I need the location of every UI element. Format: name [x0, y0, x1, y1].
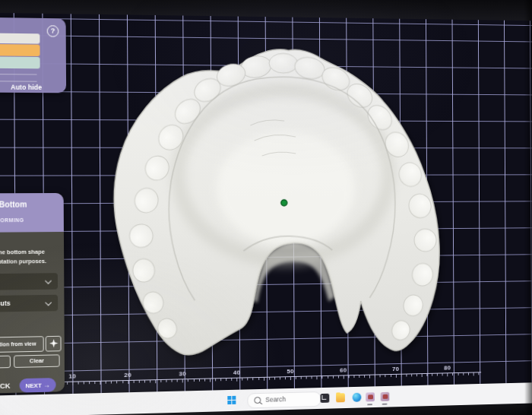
ruler-tick: [468, 373, 469, 375]
ruler-tick: [306, 377, 307, 379]
ruler-label: 40: [233, 369, 241, 376]
ruler-tick: [338, 376, 339, 379]
ruler-label: 60: [340, 366, 347, 373]
legend-separator: [0, 74, 37, 75]
ruler-tick: [401, 375, 401, 376]
legend-bar-2[interactable]: ottom: [0, 56, 40, 68]
clear-button[interactable]: Clear: [14, 354, 60, 368]
ruler-tick: [396, 375, 397, 378]
ruler-tick: [210, 379, 211, 382]
ruler-tick: [78, 382, 78, 385]
tool-panel: xup Bottom REE-FORMING sign the bottom s…: [0, 193, 65, 394]
generate-button[interactable]: te: [0, 356, 11, 369]
ruler-tick: [248, 378, 249, 380]
ruler-tick: [188, 379, 188, 382]
panel-title: xup Bottom: [0, 200, 27, 209]
ruler-tick: [333, 376, 334, 379]
edge-icon[interactable]: [353, 393, 362, 402]
ruler-tick: [385, 375, 386, 376]
ruler-label: 70: [392, 366, 399, 372]
running-indicator: [367, 404, 372, 405]
ruler-tick: [369, 375, 370, 379]
ruler-tick: [177, 379, 178, 382]
ruler-tick: [139, 381, 140, 383]
back-button[interactable]: ACK: [0, 382, 11, 391]
task-view-icon[interactable]: [320, 394, 329, 403]
ruler-tick: [353, 375, 354, 377]
screen-photo: 1020304050607080 ? ottom w all Auto hide…: [0, 0, 532, 415]
ruler-tick: [406, 375, 407, 376]
ruler-tick: [182, 379, 183, 382]
ruler-tick: [274, 378, 275, 380]
ruler-tick: [312, 376, 312, 379]
ruler-tick: [344, 375, 344, 379]
dental-app-icon-1[interactable]: [366, 392, 375, 401]
ruler-tick: [160, 380, 161, 382]
ruler-tick: [432, 374, 432, 375]
file-explorer-icon[interactable]: [336, 393, 345, 402]
dental-model[interactable]: [0, 0, 524, 415]
ruler-tick: [133, 381, 134, 383]
search-label: Search: [265, 395, 286, 404]
section-label: ndercuts: [0, 299, 11, 308]
legend-bar-0[interactable]: [0, 33, 40, 43]
ruler-tick: [411, 374, 412, 375]
3d-viewport[interactable]: [0, 0, 524, 415]
sparkle-icon-button[interactable]: [46, 336, 62, 352]
ruler-tick: [166, 380, 167, 382]
ruler-tick: [458, 373, 458, 375]
ruler-tick: [328, 376, 328, 379]
ruler-tick: [264, 378, 264, 381]
ruler-tick: [269, 378, 270, 380]
ruler-tick: [452, 373, 453, 375]
ruler-tick: [280, 377, 280, 379]
search-icon: [254, 397, 261, 404]
ruler-tick: [463, 373, 464, 375]
ruler-tick: [253, 378, 254, 380]
help-icon[interactable]: ?: [47, 25, 59, 37]
ruler-tick: [448, 373, 448, 376]
ruler-tick: [375, 375, 375, 376]
ruler-tick: [364, 375, 365, 377]
ruler-tick: [72, 382, 73, 385]
ruler-tick: [437, 374, 438, 375]
ruler-tick: [215, 379, 216, 381]
ruler-tick: [442, 373, 443, 375]
ruler-tick: [226, 379, 226, 381]
palate-highlight: [216, 131, 355, 246]
set-direction-from-view-button[interactable]: n direction from view: [0, 336, 44, 353]
ruler-tick: [122, 381, 123, 383]
tool-panel-header: [0, 193, 64, 233]
sparkle-icon: [49, 339, 57, 347]
ruler-tick: [199, 379, 200, 382]
ruler-tick: [150, 380, 150, 382]
ruler-tick: [100, 382, 101, 385]
search-input[interactable]: Search: [247, 391, 321, 408]
running-indicator: [382, 404, 388, 405]
ruler-label: 10: [68, 372, 76, 379]
next-button[interactable]: NEXT →: [20, 378, 56, 393]
monitor-screen: 1020304050607080 ? ottom w all Auto hide…: [0, 0, 532, 415]
section-properties[interactable]: erties: [0, 273, 58, 290]
ruler-tick: [391, 375, 391, 376]
panel-description: sign the bottom shape e adaptation purpo…: [0, 248, 46, 267]
auto-hide-button[interactable]: Auto hide: [11, 84, 42, 92]
ruler-tick: [285, 377, 286, 379]
dental-app-icon-2[interactable]: [381, 392, 390, 401]
ruler-tick: [478, 372, 479, 374]
legend-bar-1[interactable]: [0, 44, 40, 56]
ruler-tick: [380, 375, 381, 376]
ruler-tick: [426, 374, 427, 375]
windows-start-button[interactable]: [227, 396, 236, 404]
section-undercuts[interactable]: ndercuts: [0, 295, 58, 312]
cursor-dot: [281, 200, 287, 206]
ruler-tick: [67, 382, 68, 385]
ruler-tick: [144, 380, 145, 382]
ruler-tick: [84, 382, 84, 384]
ruler-tick: [193, 379, 194, 382]
ruler-tick: [106, 382, 106, 384]
legend-separator: [0, 81, 37, 82]
ruler-tick: [296, 377, 296, 379]
ruler-tick: [349, 375, 350, 377]
ruler-tick: [231, 379, 232, 381]
